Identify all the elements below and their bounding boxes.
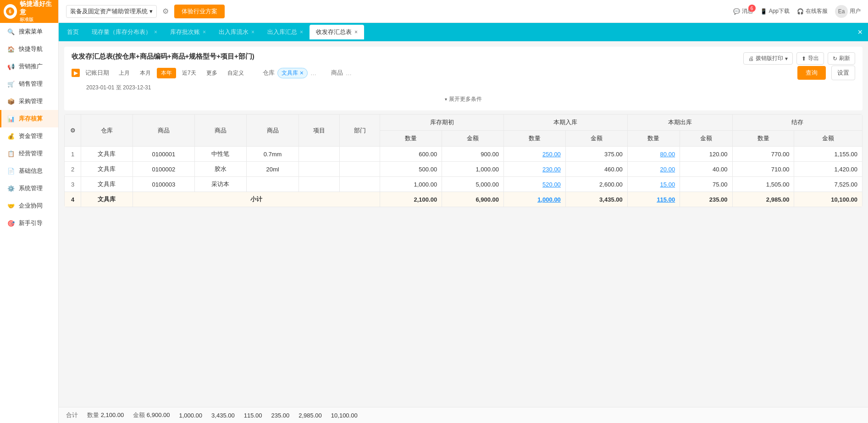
th-warehouse: 仓库 <box>81 115 133 147</box>
cell-department <box>339 147 380 162</box>
cell-num: 2 <box>65 162 81 177</box>
expand-toggle-button[interactable]: ▶ <box>72 69 80 77</box>
sidebar-item-label: 资金管理 <box>19 132 43 140</box>
refresh-button[interactable]: ↻ 刷新 <box>828 52 855 65</box>
print-button[interactable]: 🖨 拨销版打印 ▾ <box>743 52 793 65</box>
th-out-amt: 金额 <box>680 131 732 147</box>
tab-inventory-dist[interactable]: 现存量（库存分布表） × <box>85 25 164 39</box>
topbar-actions: 💬 消息 6 📱 App下载 🎧 在线客服 Ea 用户 <box>733 5 861 18</box>
user-action[interactable]: Ea 用户 <box>835 5 861 18</box>
th-balance-amt: 金额 <box>794 131 862 147</box>
warehouse-tag-close[interactable]: × <box>300 69 304 77</box>
footer-out-qty: 115.00 <box>244 412 262 419</box>
sidebar-item-label: 企业协同 <box>19 202 43 210</box>
cell-in-qty[interactable]: 230.00 <box>503 162 565 177</box>
marketing-icon: 📢 <box>7 62 15 71</box>
finance-icon: 💰 <box>7 132 15 140</box>
query-button[interactable]: 查询 <box>797 66 826 80</box>
cell-in-amt: 375.00 <box>565 147 627 162</box>
date-btn-this-month[interactable]: 本月 <box>136 68 155 78</box>
cell-out-qty[interactable]: 20.00 <box>627 162 680 177</box>
tab-close-icon[interactable]: × <box>354 29 358 35</box>
tab-close-icon[interactable]: × <box>203 29 206 35</box>
goods-more[interactable]: … <box>346 70 352 77</box>
sidebar-item-marketing[interactable]: 📢 营销推广 <box>0 58 58 75</box>
tab-close-icon[interactable]: × <box>251 29 254 35</box>
tab-batch-accounts[interactable]: 库存批次账 × <box>164 25 212 39</box>
cell-opening-qty: 1,000.00 <box>380 177 442 192</box>
tab-label: 首页 <box>67 28 79 36</box>
cell-opening-amt: 900.00 <box>442 147 504 162</box>
expand-more-conditions[interactable]: ▾ 展开更多条件 <box>445 93 482 105</box>
tab-rec-pay-summary[interactable]: 收发存汇总表 × <box>310 25 364 39</box>
th-group-balance: 结存 <box>732 115 862 131</box>
sales-icon: 🛒 <box>7 80 15 88</box>
th-settings[interactable]: ⚙ <box>65 115 81 147</box>
purchase-icon: 📦 <box>7 97 15 105</box>
cell-balance-qty: 710.00 <box>732 162 794 177</box>
cell-in-qty[interactable]: 250.00 <box>503 147 565 162</box>
sidebar-item-guide[interactable]: 🎯 新手引导 <box>0 214 58 232</box>
data-table: ⚙ 仓库 商品 商品 商品 项目 部门 库存期初 本期入库 本期出库 结存 数量 <box>64 114 862 207</box>
close-all-tabs[interactable]: × <box>854 27 866 37</box>
tab-label: 现存量（库存分布表） <box>92 28 151 36</box>
chevron-down-icon: ▾ <box>445 97 447 102</box>
service-action[interactable]: 🎧 在线客服 <box>797 7 828 15</box>
cell-balance-qty: 770.00 <box>732 147 794 162</box>
date-btn-custom[interactable]: 自定义 <box>223 68 248 78</box>
cell-in-qty[interactable]: 520.00 <box>503 177 565 192</box>
cell-name: 中性笔 <box>194 147 246 162</box>
footer-opening-qty: 数量 2,100.00 <box>87 411 124 419</box>
cell-name: 采访本 <box>194 177 246 192</box>
cell-in-qty[interactable]: 1,000.00 <box>503 192 565 207</box>
sidebar-item-label: 搜索菜单 <box>19 27 43 36</box>
sidebar-item-operations[interactable]: 📋 经营管理 <box>0 145 58 162</box>
app-label: App下载 <box>769 7 790 15</box>
sidebar-item-inventory[interactable]: 📊 库存核算 <box>0 110 58 127</box>
sidebar-item-search[interactable]: 🔍 搜索菜单 <box>0 23 58 40</box>
th-in-qty: 数量 <box>503 131 565 147</box>
warehouse-more[interactable]: … <box>310 70 316 77</box>
filter-bar: ▶ 记账日期 上月 本月 本年 近7天 更多 自定义 仓库 文具库 × … <box>72 66 855 80</box>
gear-icon[interactable]: ⚙ <box>162 7 169 16</box>
sidebar-item-quick-nav[interactable]: 🏠 快捷导航 <box>0 40 58 58</box>
sidebar-item-system[interactable]: ⚙️ 系统管理 <box>0 180 58 197</box>
settings-button[interactable]: 设置 <box>831 66 855 80</box>
cell-balance-amt: 1,155.00 <box>794 147 862 162</box>
tab-inout-flow[interactable]: 出入库流水 × <box>212 25 261 39</box>
cell-out-qty[interactable]: 80.00 <box>627 147 680 162</box>
sidebar-item-basic[interactable]: 📄 基础信息 <box>0 162 58 180</box>
cell-warehouse: 文具库 <box>81 147 133 162</box>
date-btn-more[interactable]: 更多 <box>202 68 221 78</box>
cell-warehouse: 文具库 <box>81 177 133 192</box>
table-row: 1 文具库 0100001 中性笔 0.7mm 600.00 900.00 25… <box>65 147 862 162</box>
date-btn-this-year[interactable]: 本年 <box>157 68 176 78</box>
th-project: 项目 <box>299 115 340 147</box>
page-content: 收发存汇总表(按仓库+商品编码+商品+规格型号+项目+部门) 🖨 拨销版打印 ▾… <box>59 41 868 407</box>
tab-label: 库存批次账 <box>170 28 200 36</box>
cell-opening-qty: 2,100.00 <box>380 192 442 207</box>
export-button[interactable]: ⬆ 导出 <box>796 52 824 65</box>
system-selector[interactable]: 装备及固定资产辅助管理系统 ▾ <box>66 5 157 18</box>
trial-button[interactable]: 体验行业方案 <box>174 5 225 18</box>
sidebar-item-finance[interactable]: 💰 资金管理 <box>0 127 58 145</box>
sidebar-item-purchase[interactable]: 📦 采购管理 <box>0 93 58 110</box>
sidebar-item-collab[interactable]: 🤝 企业协同 <box>0 197 58 214</box>
tab-close-icon[interactable]: × <box>300 29 303 35</box>
message-action[interactable]: 💬 消息 6 <box>733 7 753 15</box>
sidebar-item-sales[interactable]: 🛒 销售管理 <box>0 75 58 93</box>
th-department: 部门 <box>339 115 380 147</box>
tab-inout-summary[interactable]: 出入库汇总 × <box>261 25 310 39</box>
date-btn-last-month[interactable]: 上月 <box>115 68 134 78</box>
tab-close-icon[interactable]: × <box>154 29 157 35</box>
warehouse-tag-text: 文具库 <box>282 69 298 77</box>
tab-home[interactable]: 首页 <box>61 25 85 39</box>
cell-code: 0100001 <box>133 147 194 162</box>
app-download-action[interactable]: 📱 App下载 <box>760 7 790 15</box>
cell-department <box>339 177 380 192</box>
cell-out-qty[interactable]: 115.00 <box>627 192 680 207</box>
cell-opening-amt: 5,000.00 <box>442 177 504 192</box>
cell-out-qty[interactable]: 15.00 <box>627 177 680 192</box>
date-btn-7days[interactable]: 近7天 <box>178 68 200 78</box>
cell-out-amt: 120.00 <box>680 147 732 162</box>
